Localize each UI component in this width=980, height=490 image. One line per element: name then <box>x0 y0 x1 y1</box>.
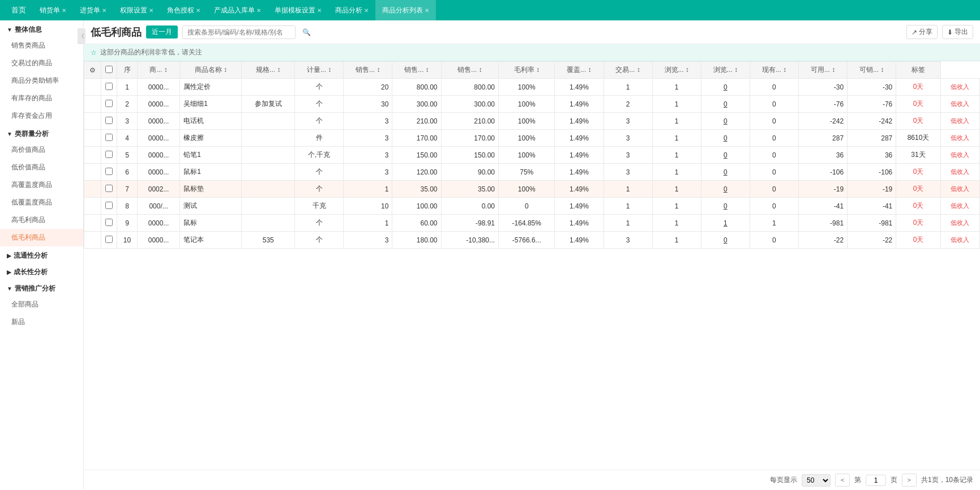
cell-view1-0[interactable]: 0 <box>701 79 750 96</box>
sidebar-item-low-value[interactable]: 低价值商品 <box>0 159 83 176</box>
row-checkbox-2[interactable] <box>105 117 113 124</box>
col-header-stock[interactable]: 现有... ↕ <box>750 62 798 79</box>
nav-close-analysis[interactable]: ✕ <box>364 7 369 14</box>
nav-close-purchase[interactable]: ✕ <box>102 7 106 14</box>
col-header-price[interactable]: 销售... ↕ <box>392 62 441 79</box>
row-checkbox-5[interactable] <box>105 168 113 175</box>
cell-view1-5[interactable]: 0 <box>701 164 750 181</box>
sidebar-item-traded-goods[interactable]: 交易过的商品 <box>0 54 83 72</box>
sidebar-item-high-coverage[interactable]: 高覆盖度商品 <box>0 176 83 194</box>
cell-view1-4[interactable]: 0 <box>701 147 750 164</box>
cell-check-8[interactable] <box>101 215 117 232</box>
sidebar-group-flow[interactable]: ▶ 流通性分析 <box>0 246 83 263</box>
select-all-checkbox[interactable] <box>105 66 113 73</box>
cell-check-7[interactable] <box>101 198 117 215</box>
sidebar-group-overall[interactable]: ▼ 整体信息 <box>0 20 83 37</box>
sidebar-collapse-button[interactable]: 《 <box>78 28 85 44</box>
cell-check-3[interactable] <box>101 130 117 147</box>
col-header-code[interactable]: 商... ↕ <box>138 62 180 79</box>
cell-check-4[interactable] <box>101 147 117 164</box>
sidebar-item-low-margin[interactable]: 低毛利商品 <box>0 229 83 246</box>
sidebar-item-stock-capital[interactable]: 库存资金占用 <box>0 107 83 125</box>
col-header-qty[interactable]: 销售... ↕ <box>344 62 392 79</box>
cell-code-1: 0000... <box>138 96 180 113</box>
nav-close-analysis-list[interactable]: ✕ <box>425 7 429 14</box>
export-button[interactable]: ⬇ 导出 <box>942 25 973 39</box>
cell-view1-2[interactable]: 0 <box>701 113 750 130</box>
nav-close-sales[interactable]: ✕ <box>62 7 66 14</box>
nav-item-products[interactable]: 产成品入库单✕ <box>207 0 268 20</box>
row-checkbox-7[interactable] <box>105 202 113 209</box>
cell-sellable-7: 0天 <box>896 198 940 215</box>
nav-close-roles[interactable]: ✕ <box>196 7 200 14</box>
col-header-margin[interactable]: 毛利率 ↕ <box>499 62 555 79</box>
sidebar-group-marketing[interactable]: ▼ 营销推广分析 <box>0 279 83 296</box>
nav-item-templates[interactable]: 单据模板设置✕ <box>268 0 328 20</box>
cell-check-9[interactable] <box>101 232 117 249</box>
nav-item-analysis-list[interactable]: 商品分析列表✕ <box>375 0 436 20</box>
cell-check-1[interactable] <box>101 96 117 113</box>
cell-tag-3: 低收入 <box>940 130 979 147</box>
col-header-view1[interactable]: 浏览... ↕ <box>652 62 701 79</box>
sidebar-item-high-margin[interactable]: 高毛利商品 <box>0 211 83 229</box>
share-button[interactable]: ↗ 分享 <box>906 25 938 39</box>
sidebar-group-growth[interactable]: ▶ 成长性分析 <box>0 263 83 279</box>
col-header-sellable[interactable]: 可销... ↕ <box>848 62 896 79</box>
col-header-available[interactable]: 可用... ↕ <box>799 62 848 79</box>
share-label: 分享 <box>919 27 932 37</box>
cell-check-2[interactable] <box>101 113 117 130</box>
cell-view1-1[interactable]: 0 <box>701 96 750 113</box>
page-label: 第 <box>854 475 861 485</box>
cell-check-5[interactable] <box>101 164 117 181</box>
row-checkbox-6[interactable] <box>105 185 113 192</box>
row-checkbox-8[interactable] <box>105 219 113 226</box>
col-header-coverage[interactable]: 覆盖... ↕ <box>555 62 604 79</box>
col-header-sales[interactable]: 销售... ↕ <box>441 62 499 79</box>
page-size-select[interactable]: 50 100 200 <box>802 474 831 487</box>
cell-view1-7[interactable]: 0 <box>701 198 750 215</box>
sidebar-item-stocked-goods[interactable]: 有库存的商品 <box>0 90 83 107</box>
cell-check-0[interactable] <box>101 79 117 96</box>
row-checkbox-3[interactable] <box>105 134 113 141</box>
nav-item-home[interactable]: 首页 <box>5 0 33 20</box>
nav-item-analysis[interactable]: 商品分析✕ <box>328 0 375 20</box>
cell-view1-6[interactable]: 0 <box>701 181 750 198</box>
nav-close-products[interactable]: ✕ <box>256 7 261 14</box>
cell-check-6[interactable] <box>101 181 117 198</box>
cell-view1-3[interactable]: 0 <box>701 130 750 147</box>
sidebar-item-high-value[interactable]: 高价值商品 <box>0 141 83 159</box>
notice-bar: ☆ 这部分商品的利润非常低，请关注 <box>84 44 980 61</box>
page-input[interactable] <box>866 475 886 486</box>
sidebar-item-all-goods[interactable]: 全部商品 <box>0 296 83 313</box>
col-header-view2[interactable]: 浏览... ↕ <box>701 62 750 79</box>
row-checkbox-1[interactable] <box>105 100 113 107</box>
col-header-trade[interactable]: 交易... ↕ <box>604 62 652 79</box>
col-header-settings[interactable]: ⚙ <box>84 62 101 79</box>
next-page-button[interactable]: ＞ <box>902 474 917 487</box>
col-header-check[interactable] <box>101 62 117 79</box>
sidebar-item-new-goods[interactable]: 新品 <box>0 313 83 331</box>
col-header-name[interactable]: 商品名称 ↕ <box>180 62 242 79</box>
nav-item-permissions[interactable]: 权限设置✕ <box>113 0 160 20</box>
row-checkbox-9[interactable] <box>105 236 113 243</box>
sidebar-item-low-coverage[interactable]: 低覆盖度商品 <box>0 194 83 211</box>
sidebar-item-category-rate[interactable]: 商品分类助销率 <box>0 72 83 90</box>
cell-code-0: 0000... <box>138 79 180 96</box>
nav-item-sales[interactable]: 销货单✕ <box>33 0 73 20</box>
search-icon[interactable]: 🔍 <box>302 28 311 36</box>
col-header-unit[interactable]: 计量... ↕ <box>295 62 344 79</box>
sidebar-item-sales-goods[interactable]: 销售类商品 <box>0 37 83 54</box>
nav-item-roles[interactable]: 角色授权✕ <box>160 0 207 20</box>
nav-item-purchase[interactable]: 进货单✕ <box>73 0 113 20</box>
search-input[interactable] <box>182 25 296 39</box>
filter-recent-month-button[interactable]: 近一月 <box>146 25 178 39</box>
row-checkbox-0[interactable] <box>105 83 113 90</box>
nav-close-permissions[interactable]: ✕ <box>149 7 153 14</box>
cell-view1-8[interactable]: 1 <box>701 215 750 232</box>
prev-page-button[interactable]: ＜ <box>835 474 850 487</box>
sidebar-group-cluster[interactable]: ▼ 类群量分析 <box>0 125 83 141</box>
row-checkbox-4[interactable] <box>105 151 113 158</box>
nav-close-templates[interactable]: ✕ <box>317 7 322 14</box>
col-header-spec[interactable]: 规格... ↕ <box>242 62 295 79</box>
cell-view1-9[interactable]: 0 <box>701 232 750 249</box>
